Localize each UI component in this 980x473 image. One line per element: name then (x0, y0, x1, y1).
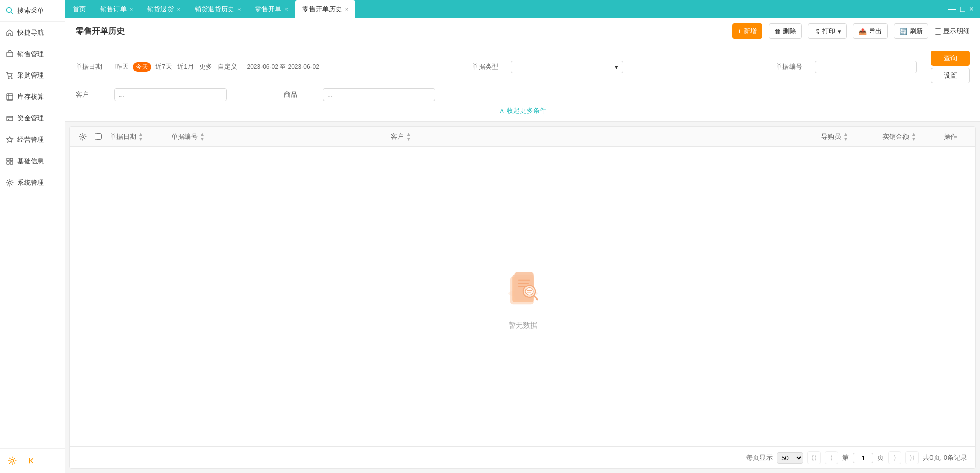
sidebar-item-inventory[interactable]: 库存核算 (0, 86, 65, 108)
home-icon (5, 28, 14, 37)
svg-rect-2 (7, 52, 13, 57)
filter-settings-button[interactable]: 设置 (931, 68, 970, 83)
th-guide[interactable]: 导购员 ▲▼ (817, 132, 878, 142)
sidebar-search[interactable]: 搜索采单 (0, 0, 65, 22)
th-num[interactable]: 单据编号 ▲▼ (167, 132, 387, 142)
print-label: 打印 (822, 27, 835, 36)
svg-point-15 (82, 136, 84, 138)
customer-input[interactable]: ... (114, 88, 227, 101)
th-date[interactable]: 单据日期 ▲▼ (106, 132, 167, 142)
page-number-input[interactable] (853, 453, 873, 463)
doc-type-chevron: ▾ (615, 63, 618, 71)
sidebar-label-sys-mgmt: 系统管理 (17, 178, 44, 187)
sidebar-label-purchase: 采购管理 (17, 71, 44, 80)
display-detail-label: 显示明细 (943, 27, 970, 36)
tab-retail-open-label: 零售开单 (255, 5, 281, 14)
sidebar-label-inventory: 库存核算 (17, 92, 44, 102)
date-shortcut-7days[interactable]: 近7天 (154, 62, 173, 71)
print-button[interactable]: 🖨 打印 ▾ (808, 23, 847, 39)
sidebar-bottom (0, 448, 65, 473)
sidebar-search-label: 搜索采单 (17, 6, 44, 15)
display-detail-checkbox[interactable] (935, 28, 941, 35)
page-last-btn[interactable]: ⟩⟩ (905, 451, 919, 464)
add-button[interactable]: + 新增 (732, 23, 762, 39)
sidebar-label-basic-info: 基础信息 (17, 157, 44, 166)
sidebar-item-quick-nav[interactable]: 快捷导航 (0, 22, 65, 43)
display-detail-toggle[interactable]: 显示明细 (935, 27, 970, 36)
page-first-btn[interactable]: ⟨⟨ (807, 451, 821, 464)
sidebar-item-finance[interactable]: 资金管理 (0, 108, 65, 129)
close-sales-return-icon[interactable]: × (177, 6, 180, 12)
sidebar-collapse-btn[interactable] (25, 454, 39, 468)
refresh-button[interactable]: 🔄 刷新 (894, 23, 928, 39)
date-shortcuts: 昨天 今天 近7天 近1月 更多 自定义 (114, 62, 238, 72)
select-all-checkbox[interactable] (95, 133, 102, 140)
date-shortcut-1month[interactable]: 近1月 (176, 62, 195, 71)
window-close-btn[interactable]: × (969, 5, 974, 14)
sidebar-settings-btn[interactable] (5, 454, 19, 468)
table-header: 单据日期 ▲▼ 单据编号 ▲▼ 客户 ▲▼ 导购员 ▲▼ 实销金额 ▲▼ (70, 127, 975, 147)
tab-retail-open[interactable]: 零售开单 × (248, 0, 295, 18)
close-retail-open-icon[interactable]: × (284, 6, 288, 12)
svg-line-25 (533, 295, 537, 300)
svg-point-4 (11, 78, 12, 79)
tab-sales-return-label: 销货退货 (147, 5, 174, 14)
doc-type-label: 单据类型 (472, 62, 503, 71)
collapse-filter-btn[interactable]: ∧ 收起更多条件 (499, 106, 546, 115)
delete-button[interactable]: 🗑 删除 (769, 23, 802, 39)
page-next-btn[interactable]: ⟩ (888, 451, 901, 464)
sales-icon (5, 49, 14, 59)
sort-client-icon: ▲▼ (406, 132, 411, 142)
sidebar-item-sales[interactable]: 销售管理 (0, 43, 65, 65)
close-sales-return-history-icon[interactable]: × (237, 6, 241, 12)
sidebar-item-purchase[interactable]: 采购管理 (0, 65, 65, 86)
sidebar-label-operation: 经营管理 (17, 135, 44, 144)
tab-sales-order[interactable]: 销售订单 × (93, 0, 140, 18)
sidebar-item-sys-mgmt[interactable]: 系统管理 (0, 172, 65, 193)
close-sales-order-icon[interactable]: × (130, 6, 133, 12)
add-label: + 新增 (738, 27, 757, 36)
date-shortcut-custom[interactable]: 自定义 (217, 62, 238, 71)
export-button[interactable]: 📤 导出 (853, 23, 888, 39)
product-input[interactable]: ... (323, 88, 435, 101)
date-label: 单据日期 (76, 62, 106, 71)
page-title: 零售开单历史 (76, 26, 125, 37)
page-suffix: 页 (877, 453, 884, 462)
date-shortcut-yesterday[interactable]: 昨天 (114, 62, 130, 71)
th-client[interactable]: 客户 ▲▼ (387, 132, 817, 142)
tab-home[interactable]: 首页 (65, 0, 93, 18)
per-page-label: 每页显示 (746, 453, 773, 462)
customer-dots: ... (119, 91, 125, 98)
date-shortcut-more[interactable]: 更多 (198, 62, 213, 71)
svg-point-13 (11, 459, 14, 462)
tab-sales-return[interactable]: 销货退货 × (140, 0, 187, 18)
tab-sales-return-history[interactable]: 销货退货历史 × (187, 0, 248, 18)
operation-icon (5, 135, 14, 144)
svg-rect-8 (7, 158, 9, 161)
table-settings-btn[interactable] (75, 133, 90, 141)
svg-point-3 (8, 78, 9, 79)
empty-text: 暂无数据 (509, 321, 537, 330)
doc-num-input[interactable] (815, 61, 917, 73)
page-prev-btn[interactable]: ⟨ (825, 451, 838, 464)
doc-type-select[interactable]: ▾ (511, 61, 623, 73)
close-retail-open-history-icon[interactable]: × (345, 6, 348, 12)
window-min-btn[interactable]: — (948, 5, 956, 14)
table-select-all[interactable] (90, 133, 106, 140)
window-max-btn[interactable]: □ (960, 5, 965, 14)
svg-point-24 (525, 287, 533, 295)
product-dots: ... (327, 91, 333, 98)
sidebar-item-operation[interactable]: 经营管理 (0, 129, 65, 151)
sys-mgmt-icon (5, 178, 14, 187)
th-amount[interactable]: 实销金额 ▲▼ (878, 132, 940, 142)
content-area: 零售开单历史 + 新增 🗑 删除 🖨 打印 ▾ 📤 导出 (65, 18, 980, 473)
date-shortcut-today[interactable]: 今天 (133, 62, 151, 72)
print-dropdown-icon: ▾ (838, 28, 841, 35)
sidebar-item-basic-info[interactable]: 基础信息 (0, 151, 65, 172)
page-total: 共0页, 0条记录 (923, 453, 967, 462)
th-amount-label: 实销金额 (882, 132, 909, 141)
query-button[interactable]: 查询 (931, 51, 970, 66)
tab-retail-open-history[interactable]: 零售开单历史 × (295, 0, 355, 18)
tab-sales-return-history-label: 销货退货历史 (195, 5, 234, 14)
per-page-select[interactable]: 50 10 20 100 (777, 452, 803, 464)
